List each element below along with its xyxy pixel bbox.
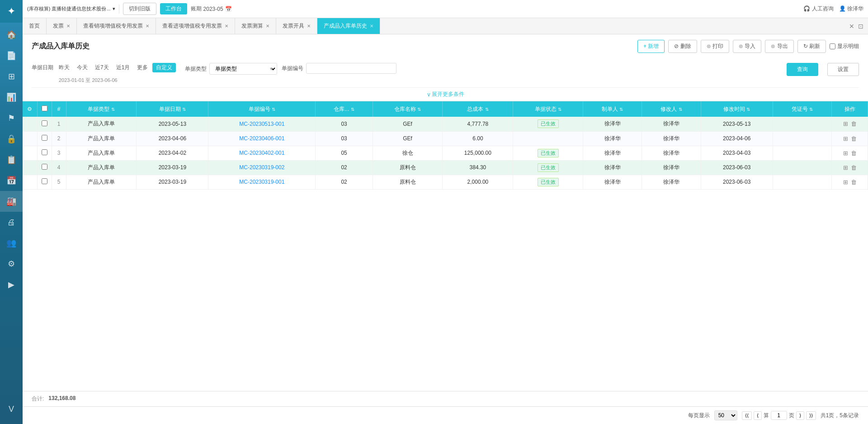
row-view-icon[interactable]: ⊞ <box>843 135 848 142</box>
col-voucher[interactable]: 凭证号 ⇅ <box>773 101 831 117</box>
col-warehouse-name[interactable]: 仓库名称 ⇅ <box>373 101 443 117</box>
date-btn-7days[interactable]: 近7天 <box>92 63 112 72</box>
row-checkbox[interactable] <box>42 164 47 170</box>
number-filter-input[interactable] <box>306 63 396 74</box>
sidebar-item-v[interactable]: V <box>0 399 23 419</box>
row-doc-number[interactable]: MC-20230319-001 <box>208 175 316 189</box>
print-button[interactable]: ⊙ 打印 <box>701 40 729 53</box>
date-btn-yesterday[interactable]: 昨天 <box>56 63 72 72</box>
sidebar-item-settings2[interactable]: ⚙ <box>0 253 23 274</box>
expand-conditions-button[interactable]: ∨ 展开更多条件 <box>427 91 464 98</box>
select-all-checkbox[interactable] <box>42 105 47 111</box>
col-type[interactable]: 单据类型 ⇅ <box>66 101 137 117</box>
type-filter-select[interactable]: 单据类型 <box>209 63 277 75</box>
delete-button[interactable]: ⊘ 删除 <box>668 40 697 53</box>
row-delete-icon[interactable]: 🗑 <box>851 179 857 186</box>
col-status[interactable]: 单据状态 ⇅ <box>513 101 583 117</box>
row-doc-number[interactable]: MC-20230402-001 <box>208 146 316 160</box>
refresh-button[interactable]: ↻ 刷新 <box>797 40 826 53</box>
tab-expand[interactable]: ⊡ <box>858 23 863 30</box>
row-doc-number[interactable]: MC-20230319-002 <box>208 160 316 175</box>
sidebar-item-flag[interactable]: ⚑ <box>0 108 23 129</box>
sidebar-item-users[interactable]: 👥 <box>0 233 23 253</box>
row-checkbox[interactable] <box>42 178 47 184</box>
date-btn-today[interactable]: 今天 <box>74 63 90 72</box>
row-view-icon[interactable]: ⊞ <box>843 164 848 171</box>
tab-vat-input-close[interactable]: ✕ <box>225 24 228 29</box>
row-view-icon[interactable]: ⊞ <box>843 179 848 186</box>
date-btn-more[interactable]: 更多 <box>134 63 151 72</box>
row-doc-number[interactable]: MC-20230406-001 <box>208 131 316 146</box>
col-creator[interactable]: 制单人 ⇅ <box>583 101 642 117</box>
date-btn-custom[interactable]: 自定义 <box>152 63 176 72</box>
import-button[interactable]: ⊙ 导入 <box>733 40 761 53</box>
first-page-button[interactable]: ⟨⟨ <box>742 411 752 420</box>
row-warehouse-name: 徐仓 <box>373 146 443 160</box>
tab-invoice-calc[interactable]: 发票测算 ✕ <box>235 18 276 34</box>
sidebar-item-form[interactable]: 📋 <box>0 149 23 170</box>
tab-product-history[interactable]: 产成品入库单历史 ✕ <box>317 18 380 34</box>
row-checkbox[interactable] <box>42 120 47 126</box>
col-date[interactable]: 单据日期 ⇅ <box>137 101 208 117</box>
sidebar-item-docs[interactable]: 📄 <box>0 45 23 66</box>
row-actions: ⊞ 🗑 <box>832 117 868 131</box>
row-doc-number[interactable]: MC-20230513-001 <box>208 117 316 131</box>
company-dropdown-icon[interactable]: ▾ <box>113 6 115 12</box>
col-settings[interactable]: ⚙ <box>23 101 37 117</box>
col-number[interactable]: 单据编号 ⇅ <box>208 101 316 117</box>
workbench-button[interactable]: 工作台 <box>160 3 187 14</box>
company-selector[interactable]: (库存核算) 直播轻捷通信息技术股份... ▾ <box>27 5 115 12</box>
sidebar-item-home[interactable]: 🏠 <box>0 24 23 45</box>
row-view-icon[interactable]: ⊞ <box>843 120 848 127</box>
set-button[interactable]: 设置 <box>827 63 859 76</box>
per-page-label: 每页显示 <box>688 412 710 419</box>
user-info[interactable]: 👤 徐泽华 <box>839 5 863 13</box>
tab-product-history-close[interactable]: ✕ <box>370 24 373 29</box>
sidebar-item-grid[interactable]: ⊞ <box>0 66 23 87</box>
row-delete-icon[interactable]: 🗑 <box>851 164 857 171</box>
user-service[interactable]: 🎧 人工咨询 <box>803 5 833 13</box>
last-page-button[interactable]: ⟩⟩ <box>806 411 816 420</box>
date-btn-1month[interactable]: 近1月 <box>113 63 133 72</box>
sidebar-item-stamp[interactable]: 🖨 <box>0 212 23 233</box>
new-button[interactable]: + 新增 <box>637 40 665 53</box>
tab-home[interactable]: 首页 <box>23 18 47 34</box>
col-total-cost[interactable]: 总成本 ⇅ <box>443 101 513 117</box>
prev-page-button[interactable]: ⟨ <box>754 411 762 420</box>
tab-invoice-open-close[interactable]: ✕ <box>307 24 311 29</box>
tab-invoice[interactable]: 发票 ✕ <box>47 18 77 34</box>
sidebar-item-lock[interactable]: 🔒 <box>0 129 23 149</box>
per-page-select[interactable]: 50 10 20 100 <box>714 410 737 420</box>
col-modifier[interactable]: 修改人 ⇅ <box>642 101 701 117</box>
tab-vat-output[interactable]: 查看销项增值税专用发票 ✕ <box>77 18 156 34</box>
tab-vat-output-close[interactable]: ✕ <box>146 24 149 29</box>
col-modify-time[interactable]: 修改时间 ⇅ <box>701 101 773 117</box>
sidebar-item-chart[interactable]: 📊 <box>0 87 23 108</box>
row-delete-icon[interactable]: 🗑 <box>851 135 857 142</box>
row-modifier: 徐泽华 <box>642 131 701 146</box>
row-checkbox[interactable] <box>42 135 47 141</box>
toolbar: + 新增 ⊘ 删除 ⊙ 打印 ⊙ 导入 ⊙ 导出 ↻ 刷新 显示明细 <box>637 40 859 53</box>
tab-invoice-close[interactable]: ✕ <box>66 24 70 29</box>
row-voucher <box>773 117 831 131</box>
row-delete-icon[interactable]: 🗑 <box>851 120 857 127</box>
query-button[interactable]: 查询 <box>787 63 818 76</box>
sidebar-item-play[interactable]: ▶ <box>0 274 23 295</box>
tab-close-all[interactable]: ✕ <box>849 23 854 30</box>
row-view-icon[interactable]: ⊞ <box>843 150 848 157</box>
tab-invoice-calc-close[interactable]: ✕ <box>266 24 269 29</box>
calendar-icon[interactable]: 📅 <box>225 6 232 12</box>
export-button[interactable]: ⊙ 导出 <box>765 40 793 53</box>
col-warehouse-code[interactable]: 仓库... ⇅ <box>316 101 373 117</box>
sidebar-item-warehouse[interactable]: 🏭 <box>0 191 23 212</box>
page-number-input[interactable] <box>771 411 787 420</box>
tab-invoice-open[interactable]: 发票开具 ✕ <box>276 18 317 34</box>
switch-version-button[interactable]: 切到旧版 <box>123 3 156 15</box>
tab-vat-input[interactable]: 查看进项增值税专用发票 ✕ <box>156 18 235 34</box>
row-creator: 徐泽华 <box>583 146 642 160</box>
row-delete-icon[interactable]: 🗑 <box>851 150 857 157</box>
display-summary-checkbox[interactable] <box>830 43 835 49</box>
sidebar-item-calendar[interactable]: 📅 <box>0 170 23 191</box>
row-checkbox[interactable] <box>42 149 47 155</box>
next-page-button[interactable]: ⟩ <box>796 411 804 420</box>
